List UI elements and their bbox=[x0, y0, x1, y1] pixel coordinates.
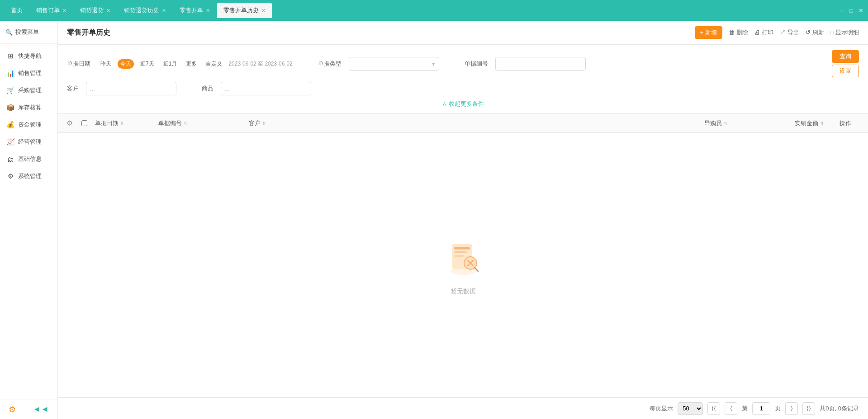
sort-date-icon[interactable]: ⇅ bbox=[120, 121, 124, 126]
prev-page-btn[interactable]: ⟨ bbox=[725, 402, 737, 415]
refresh-button[interactable]: ↺ 刷新 bbox=[806, 28, 824, 37]
sidebar-item-finance[interactable]: 💰 资金管理 bbox=[0, 116, 57, 133]
table-header: ⚙ 单据日期 ⇅ 单据编号 ⇅ 客户 ⇅ 导购员 ⇅ bbox=[58, 114, 868, 133]
tab-close-retail-open[interactable]: ✕ bbox=[206, 8, 210, 13]
sidebar-item-basic-info[interactable]: 🗂 基础信息 bbox=[0, 151, 57, 168]
svg-rect-3 bbox=[454, 251, 467, 253]
sort-guide-icon[interactable]: ⇅ bbox=[724, 121, 727, 126]
customer-label: 客户 bbox=[67, 85, 79, 93]
display-detail-button[interactable]: □ 显示明细 bbox=[830, 28, 859, 37]
sidebar-search-section: 🔍 搜索菜单 bbox=[0, 21, 57, 44]
sidebar-item-label-purchase: 采购管理 bbox=[18, 86, 42, 94]
goods-select[interactable]: ... bbox=[221, 82, 311, 95]
maximize-btn[interactable]: □ bbox=[849, 7, 853, 14]
print-button[interactable]: 🖨 打印 bbox=[754, 28, 774, 37]
date-filter: 昨天 今天 近7天 近1月 更多 自定义 2023-06-02 至 2023-0… bbox=[98, 59, 293, 69]
pagination: 每页显示 10 20 50 100 ⟨⟨ ⟨ 第 页 ⟩ ⟩⟩ 共0页, 0条记… bbox=[58, 397, 868, 419]
sidebar-item-operations[interactable]: 📈 经营管理 bbox=[0, 133, 57, 151]
sidebar-item-label-system: 系统管理 bbox=[18, 172, 42, 180]
settings-icon[interactable]: ⚙ bbox=[9, 405, 16, 414]
col-date-label: 单据日期 bbox=[95, 119, 119, 127]
sidebar-item-purchase[interactable]: 🛒 采购管理 bbox=[0, 82, 57, 99]
query-button[interactable]: 查询 bbox=[832, 50, 859, 63]
tab-retail-open[interactable]: 零售开单 ✕ bbox=[173, 3, 216, 18]
more-btn[interactable]: 更多 bbox=[183, 59, 199, 69]
week7-btn[interactable]: 近7天 bbox=[138, 59, 157, 69]
yesterday-btn[interactable]: 昨天 bbox=[98, 59, 114, 69]
type-select[interactable]: ▾ bbox=[349, 57, 439, 71]
sidebar: 🔍 搜索菜单 ⊞ 快捷导航 📊 销售管理 🛒 采购管理 📦 库存核算 � bbox=[0, 21, 58, 419]
page-unit: 页 bbox=[775, 405, 781, 413]
top-tab-bar: 首页 销售订单 ✕ 销货退货 ✕ 销货退货历史 ✕ 零售开单 ✕ 零售开单历史 … bbox=[0, 0, 868, 21]
set-button[interactable]: 设置 bbox=[832, 65, 859, 77]
system-icon: ⚙ bbox=[6, 172, 14, 180]
column-settings-icon[interactable]: ⚙ bbox=[62, 119, 77, 127]
per-page-label: 每页显示 bbox=[650, 405, 673, 413]
window-controls: ─ □ ✕ bbox=[840, 7, 863, 14]
col-number-label: 单据编号 bbox=[158, 119, 182, 127]
sort-customer-icon[interactable]: ⇅ bbox=[262, 121, 266, 126]
first-page-btn[interactable]: ⟨⟨ bbox=[707, 402, 720, 415]
svg-rect-4 bbox=[454, 255, 464, 257]
svg-rect-2 bbox=[454, 247, 470, 250]
total-label: 共0页, 0条记录 bbox=[820, 405, 859, 413]
sidebar-item-label-basic-info: 基础信息 bbox=[18, 155, 42, 163]
tab-retail-open-history[interactable]: 零售开单历史 ✕ bbox=[217, 3, 272, 18]
close-btn[interactable]: ✕ bbox=[859, 7, 863, 14]
page-input[interactable] bbox=[752, 402, 770, 415]
filter-row-2: 客户 ... 商品 ... bbox=[67, 82, 859, 95]
next-page-btn[interactable]: ⟩ bbox=[785, 402, 798, 415]
custom-btn[interactable]: 自定义 bbox=[203, 59, 225, 69]
sort-amount-icon[interactable]: ⇅ bbox=[820, 121, 824, 126]
select-all-checkbox[interactable] bbox=[77, 120, 91, 126]
per-page-select[interactable]: 10 20 50 100 bbox=[678, 402, 703, 415]
sidebar-item-quick-nav[interactable]: ⊞ 快捷导航 bbox=[0, 47, 57, 65]
sort-number-icon[interactable]: ⇅ bbox=[184, 121, 187, 126]
page-label: 第 bbox=[742, 405, 748, 413]
tab-close-sales-return-history[interactable]: ✕ bbox=[162, 8, 166, 13]
basic-info-icon: 🗂 bbox=[6, 155, 14, 163]
col-guide: 导购员 ⇅ bbox=[701, 119, 764, 127]
filter-bar: 单据日期 昨天 今天 近7天 近1月 更多 自定义 2023-06-02 至 2… bbox=[58, 45, 868, 114]
tab-close-retail-open-history[interactable]: ✕ bbox=[261, 8, 266, 13]
customer-select[interactable]: ... bbox=[86, 82, 176, 95]
col-action: 操作 bbox=[827, 119, 863, 127]
date-label: 单据日期 bbox=[67, 60, 90, 68]
number-input[interactable] bbox=[495, 57, 586, 71]
month1-btn[interactable]: 近1月 bbox=[161, 59, 180, 69]
tab-close-sales-return[interactable]: ✕ bbox=[106, 8, 110, 13]
sidebar-item-sales[interactable]: 📊 销售管理 bbox=[0, 65, 57, 82]
inventory-icon: 📦 bbox=[6, 104, 14, 112]
delete-button[interactable]: 🗑 删除 bbox=[729, 28, 748, 37]
page-header: 零售开单历史 + 新增 🗑 删除 🖨 打印 ↗ 导出 ↺ 刷新 □ 显示明细 bbox=[58, 21, 868, 45]
table-area: ⚙ 单据日期 ⇅ 单据编号 ⇅ 客户 ⇅ 导购员 ⇅ bbox=[58, 114, 868, 397]
today-btn[interactable]: 今天 bbox=[118, 59, 134, 69]
content-area: 零售开单历史 + 新增 🗑 删除 🖨 打印 ↗ 导出 ↺ 刷新 □ 显示明细 单… bbox=[58, 21, 868, 419]
tab-sales-order[interactable]: 销售订单 ✕ bbox=[30, 3, 73, 18]
col-amount-label: 实销金额 bbox=[795, 119, 818, 127]
collapse-conditions[interactable]: ∧ 收起更多条件 bbox=[67, 100, 859, 108]
last-page-btn[interactable]: ⟩⟩ bbox=[802, 402, 815, 415]
type-label: 单据类型 bbox=[318, 60, 342, 68]
tab-close-sales-order[interactable]: ✕ bbox=[62, 8, 66, 13]
col-customer: 客户 ⇅ bbox=[245, 119, 701, 127]
sidebar-item-system[interactable]: ⚙ 系统管理 bbox=[0, 168, 57, 185]
tab-sales-return[interactable]: 销货退货 ✕ bbox=[74, 3, 117, 18]
export-button[interactable]: ↗ 导出 bbox=[780, 28, 799, 37]
empty-state: 暂无数据 bbox=[58, 133, 868, 397]
tab-sales-return-history[interactable]: 销货退货历史 ✕ bbox=[118, 3, 172, 18]
sidebar-bottom: ⚙ ◄◄ bbox=[0, 400, 57, 419]
empty-text: 暂无数据 bbox=[451, 287, 476, 296]
collapse-sidebar-icon[interactable]: ◄◄ bbox=[33, 405, 49, 414]
add-button[interactable]: + 新增 bbox=[695, 26, 722, 39]
col-date: 单据日期 ⇅ bbox=[91, 119, 155, 127]
tab-home[interactable]: 首页 bbox=[5, 3, 29, 18]
minimize-btn[interactable]: ─ bbox=[840, 7, 844, 14]
number-label: 单据编号 bbox=[465, 60, 488, 68]
sidebar-item-label-finance: 资金管理 bbox=[18, 121, 42, 129]
sidebar-item-inventory[interactable]: 📦 库存核算 bbox=[0, 99, 57, 116]
filter-row-1: 单据日期 昨天 今天 近7天 近1月 更多 自定义 2023-06-02 至 2… bbox=[67, 50, 859, 77]
sidebar-search[interactable]: 🔍 搜索菜单 bbox=[0, 25, 57, 39]
goods-label: 商品 bbox=[202, 85, 213, 93]
sidebar-nav: ⊞ 快捷导航 📊 销售管理 🛒 采购管理 📦 库存核算 💰 资金管理 📈 bbox=[0, 44, 57, 400]
